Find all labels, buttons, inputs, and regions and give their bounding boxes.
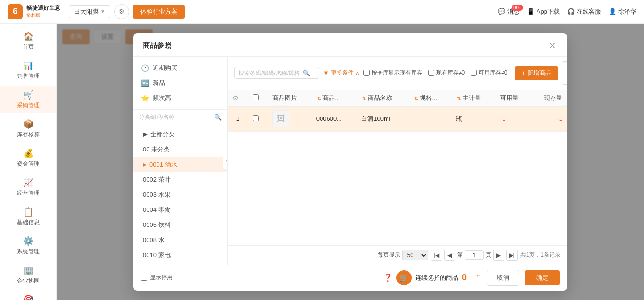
category-item-0001[interactable]: ▶ 0001 酒水 <box>133 157 227 172</box>
refresh-button[interactable]: ↻ 刷新 <box>562 61 567 85</box>
sidebar-item-system[interactable]: ⚙️ 系统管理 <box>0 232 56 259</box>
spec-col-header[interactable]: ⇅ 规格... <box>409 90 452 107</box>
checkbox-col-header <box>248 90 268 107</box>
sidebar-item-finance[interactable]: 💰 资金管理 <box>0 144 56 172</box>
tab-recent-purchase[interactable]: 🕐 近期购买 <box>133 60 227 75</box>
category-item-0008[interactable]: 0008 水 <box>133 233 227 248</box>
name-col-header[interactable]: ⇅ 商品名称 <box>356 90 408 107</box>
select-all-checkbox[interactable] <box>253 94 259 100</box>
sales-icon: 📊 <box>23 60 33 71</box>
chevron-up-icon: ∧ <box>355 70 360 76</box>
image-col-header: 商品图片 <box>268 90 312 107</box>
last-page-button[interactable]: ▶| <box>506 250 518 261</box>
messages-button[interactable]: 💬 消息 99+ <box>498 8 520 16</box>
sidebar-item-inventory[interactable]: 📦 库存核算 <box>0 115 56 142</box>
online-service-button[interactable]: 🎧 在线客服 <box>567 8 601 16</box>
modal-close-button[interactable]: ✕ <box>546 40 558 51</box>
checkbox-nonzero-stock[interactable]: 现有库存≠0 <box>428 69 465 77</box>
expand-icon: ▶ <box>143 131 148 138</box>
modal-header: 商品参照 ✕ <box>133 33 567 57</box>
sort-icon: ⇅ <box>317 96 321 101</box>
base-info-icon: 📋 <box>23 207 33 217</box>
table-row[interactable]: 1 🖼 00 <box>228 106 567 131</box>
category-item-0003[interactable]: 0003 水果 <box>133 187 227 202</box>
logo-area: 6 畅捷通好生意 搭档版 <box>8 4 69 19</box>
cart-area: ❓ 🛒 连续选择的商品 0 ⌃ <box>383 270 481 285</box>
row-available: -1 <box>495 106 531 131</box>
arrow-icon: ▶ <box>143 162 147 167</box>
store-selector[interactable]: 日太阳膜 ▼ <box>69 5 110 18</box>
help-icon[interactable]: ❓ <box>383 273 393 282</box>
checkbox-warehouse-stock[interactable]: 按仓库显示现有库存 <box>363 69 422 77</box>
app-download-button[interactable]: 📱 App下载 <box>527 8 560 16</box>
modal-overlay: 商品参照 ✕ 🕐 近期购买 🆕 <box>57 24 644 300</box>
category-item-0010[interactable]: 0010 家电 <box>133 248 227 263</box>
experience-button[interactable]: 体验行业方案 <box>133 5 185 19</box>
tab-new-products[interactable]: 🆕 新品 <box>133 75 227 91</box>
first-page-button[interactable]: |◀ <box>431 250 442 261</box>
chevron-down-icon: ▼ <box>100 9 105 14</box>
row-spec <box>409 106 452 131</box>
operations-icon: 📈 <box>23 177 33 188</box>
modal-body: 🕐 近期购买 🆕 新品 ⭐ 频次高 <box>133 57 567 265</box>
cart-button[interactable]: 🛒 <box>396 270 412 285</box>
pagination-area: 每页显示 50 100 200 |◀ ◀ 第 <box>228 245 567 265</box>
unit-col-header[interactable]: ⇅ 主计量 <box>451 90 495 107</box>
row-checkbox[interactable] <box>248 106 268 131</box>
table-gear-icon[interactable]: ⚙ <box>232 94 239 102</box>
show-disabled-checkbox[interactable]: 显示停用 <box>141 274 173 282</box>
avatar: 👤 <box>609 8 616 15</box>
search-icon[interactable]: 🔍 <box>303 69 310 76</box>
category-item-00[interactable]: 00 未分类 <box>133 142 227 157</box>
guide-icon: 🎯 <box>23 294 33 300</box>
settings-icon[interactable]: ⚙ <box>114 4 129 19</box>
product-reference-modal: 商品参照 ✕ 🕐 近期购买 🆕 <box>133 33 567 291</box>
category-search-area: 🔍 <box>133 110 227 125</box>
next-page-button[interactable]: ▶ <box>493 250 504 261</box>
category-item-0002[interactable]: 0002 茶叶 <box>133 172 227 187</box>
code-col-header[interactable]: ⇅ 商品... <box>312 90 357 107</box>
confirm-button[interactable]: 确定 <box>525 270 560 285</box>
sidebar-item-guide[interactable]: 🎯 新手引导 <box>0 291 56 300</box>
sidebar-item-home[interactable]: 🏠 首页 <box>0 27 56 55</box>
system-icon: ⚙️ <box>23 236 33 246</box>
modal-footer: 显示停用 ❓ 🛒 连续选择的商品 0 ⌃ 取消 确定 <box>133 265 567 291</box>
logo-icon: 6 <box>8 4 23 19</box>
category-item-0004[interactable]: 0004 零食 <box>133 202 227 217</box>
tab-high-frequency[interactable]: ⭐ 频次高 <box>133 91 227 106</box>
product-search-input[interactable] <box>239 70 300 76</box>
content-area: 查询 设置 刷新 商品参照 ✕ <box>57 24 644 300</box>
user-menu[interactable]: 👤 徐泽华 <box>609 8 636 16</box>
sort-icon-spec: ⇅ <box>414 96 418 101</box>
collapse-panel-button[interactable]: « <box>223 151 228 170</box>
row-code: 000600... <box>312 106 357 131</box>
top-nav-center: 日太阳膜 ▼ ⚙ 体验行业方案 <box>69 4 498 19</box>
page-number-input[interactable] <box>465 250 484 260</box>
sidebar-item-sales[interactable]: 📊 销售管理 <box>0 57 56 84</box>
logo-text: 畅捷通好生意 搭档版 <box>26 4 60 19</box>
row-image: 🖼 <box>268 106 312 131</box>
product-table: ⚙ 商品图片 <box>228 90 567 245</box>
prev-page-button[interactable]: ◀ <box>444 250 455 261</box>
more-filter-button[interactable]: ▼ 更多条件 ∧ <box>323 69 360 77</box>
phone-icon: 📱 <box>527 8 535 15</box>
category-item-all[interactable]: ▶ 全部分类 <box>133 127 227 142</box>
row-num: 1 <box>228 106 248 131</box>
sidebar-item-base-info[interactable]: 📋 基础信息 <box>0 203 56 230</box>
row-unit: 瓶 <box>451 106 495 131</box>
category-search-icon[interactable]: 🔍 <box>214 114 222 121</box>
enterprise-icon: 🏢 <box>23 265 33 275</box>
product-thumbnail: 🖼 <box>272 110 289 127</box>
home-icon: 🏠 <box>23 31 33 42</box>
collapse-cart-button[interactable]: ⌃ <box>475 273 481 282</box>
cancel-button[interactable]: 取消 <box>487 270 519 286</box>
checkbox-nonzero-available[interactable]: 可用库存≠0 <box>471 69 507 77</box>
page-size-select[interactable]: 50 100 200 <box>402 250 428 260</box>
category-item-0005[interactable]: 0005 饮料 <box>133 217 227 233</box>
sidebar-item-operations[interactable]: 📈 经营管理 <box>0 174 56 201</box>
sidebar-item-purchase[interactable]: 🛒 采购管理 <box>0 86 56 113</box>
purchase-icon: 🛒 <box>23 90 33 100</box>
category-search-input[interactable] <box>139 114 211 120</box>
add-product-button[interactable]: + 新增商品 <box>515 66 558 80</box>
sidebar-item-enterprise[interactable]: 🏢 企业协同 <box>0 261 56 289</box>
